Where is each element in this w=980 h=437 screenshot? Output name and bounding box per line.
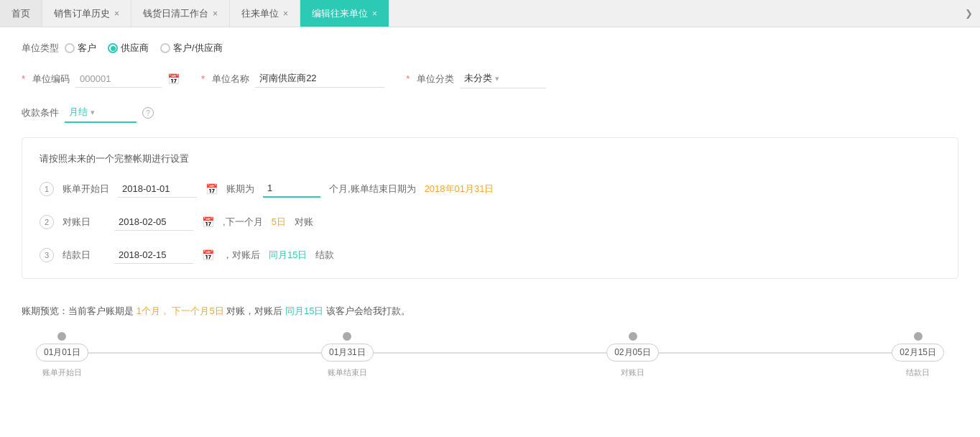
- radio-customer-circle: [65, 43, 75, 53]
- tl-dot-4: [914, 332, 923, 341]
- unit-info-row: * 单位编码 📅 * 单位名称 * 单位分类 未分类 ▾: [22, 69, 958, 88]
- radio-group-unit-type: 客户 供应商 客户/供应商: [65, 42, 223, 55]
- radio-supplier[interactable]: 供应商: [108, 42, 149, 55]
- preview-prefix: 账期预览：当前客户账期是: [22, 305, 134, 316]
- setting-row-3: 3 结款日 📅 ，对账后 同月15日 结款: [40, 247, 940, 264]
- tl-badge-3: 02月05日: [606, 344, 659, 362]
- period-end-date: 2018年01月31日: [425, 183, 494, 196]
- reconcile-highlight: 5日: [272, 216, 286, 229]
- tl-dot-3: [629, 332, 637, 341]
- unit-code-label: 单位编码: [32, 73, 70, 86]
- timeline-point-3: 02月05日 对账日: [606, 332, 659, 378]
- tl-label-1: 账单开始日: [42, 367, 82, 378]
- row-num-3: 3: [40, 248, 54, 262]
- unit-type-group: 单位类型 客户 供应商 客户/供应商: [22, 42, 223, 55]
- payment-condition-arrow-icon: ▾: [91, 108, 95, 117]
- unit-name-label: 单位名称: [212, 73, 249, 86]
- tl-date-4: 02月15日: [900, 347, 936, 357]
- tab-counterparty-close[interactable]: ×: [283, 9, 288, 19]
- reconcile-desc1: ,下一个月: [223, 216, 263, 229]
- tab-edit-counterparty-close[interactable]: ×: [372, 9, 377, 19]
- tl-date-2: 01月31日: [329, 347, 366, 357]
- preview-text: 账期预览：当前客户账期是 1个月， 下一个月5日 对账，对账后 同月15日 该客…: [22, 305, 958, 318]
- payment-condition-value: 月结: [69, 106, 88, 119]
- tab-cash-desk[interactable]: 钱货日清工作台 ×: [131, 0, 230, 27]
- unit-category-value: 未分类: [464, 72, 492, 85]
- panel-title: 请按照未来的一个完整帐期进行设置: [40, 152, 940, 165]
- tl-label-4: 结款日: [906, 367, 930, 378]
- setting-row-2: 2 对账日 📅 ,下一个月 5日 对账: [40, 213, 940, 231]
- tab-overflow-button[interactable]: ❯: [958, 0, 980, 27]
- tab-sales-order-label: 销售订单历史: [54, 7, 110, 20]
- payment-date-calendar-icon[interactable]: 📅: [202, 249, 214, 261]
- tab-edit-counterparty-label: 编辑往来单位: [312, 7, 368, 20]
- payment-highlight: 同月15日: [269, 249, 307, 262]
- unit-type-label: 单位类型: [22, 42, 59, 55]
- reconcile-date-input[interactable]: [114, 213, 193, 231]
- timeline-point-4: 02月15日 结款日: [892, 332, 944, 378]
- radio-both-circle: [160, 43, 170, 53]
- timeline-container: 01月01日 账单开始日 01月31日 账单结束日 02月05日: [22, 332, 958, 378]
- tab-sales-order[interactable]: 销售订单历史 ×: [42, 0, 131, 27]
- period-input[interactable]: [263, 180, 320, 198]
- chevron-right-icon: ❯: [965, 8, 973, 19]
- unit-category-arrow-icon: ▾: [495, 74, 499, 83]
- preview-part1: 1个月，: [137, 305, 170, 316]
- unit-name-group: * 单位名称: [201, 70, 384, 88]
- unit-name-input[interactable]: [255, 70, 384, 88]
- start-date-calendar-icon[interactable]: 📅: [205, 183, 218, 195]
- unit-type-row: 单位类型 客户 供应商 客户/供应商: [22, 42, 958, 55]
- preview-part4: 同月15日: [285, 305, 323, 316]
- tab-home-label: 首页: [11, 7, 30, 20]
- unit-code-calendar-icon[interactable]: 📅: [167, 73, 180, 85]
- tl-label-3: 对账日: [621, 367, 644, 378]
- radio-customer[interactable]: 客户: [65, 42, 96, 55]
- payment-desc2: 结款: [315, 249, 334, 262]
- unit-category-required-star: *: [406, 73, 410, 84]
- timeline-point-1: 01月01日 账单开始日: [36, 332, 88, 378]
- payment-condition-select[interactable]: 月结 ▾: [65, 103, 137, 123]
- tl-badge-4: 02月15日: [892, 344, 944, 362]
- radio-supplier-label: 供应商: [121, 42, 149, 55]
- tab-sales-order-close[interactable]: ×: [114, 9, 119, 19]
- tab-cash-desk-close[interactable]: ×: [213, 9, 218, 19]
- tl-badge-2: 01月31日: [321, 344, 374, 362]
- period-month-label: 个月,账单结束日期为: [329, 183, 416, 196]
- tab-home[interactable]: 首页: [0, 0, 42, 27]
- unit-category-select[interactable]: 未分类 ▾: [460, 69, 546, 88]
- unit-code-input[interactable]: [75, 70, 162, 88]
- payment-condition-label: 收款条件: [22, 106, 59, 119]
- tab-counterparty[interactable]: 往来单位 ×: [230, 0, 300, 27]
- radio-both-label: 客户/供应商: [173, 42, 223, 55]
- row-num-1: 1: [40, 182, 54, 196]
- payment-condition-help-icon[interactable]: ?: [142, 107, 154, 119]
- payment-date-input[interactable]: [114, 247, 193, 264]
- tl-dot-2: [343, 332, 351, 341]
- reconcile-date-calendar-icon[interactable]: 📅: [202, 216, 214, 228]
- tl-date-3: 02月05日: [614, 347, 651, 357]
- payment-desc1: ，对账后: [223, 249, 260, 262]
- setting-row-1: 1 账单开始日 📅 账期为 个月,账单结束日期为 2018年01月31日: [40, 180, 940, 198]
- unit-name-required-star: *: [201, 73, 205, 84]
- radio-supplier-circle: [108, 43, 118, 53]
- tl-badge-1: 01月01日: [36, 344, 88, 362]
- preview-suffix: 该客户会给我打款。: [326, 305, 410, 316]
- tab-cash-desk-label: 钱货日清工作台: [143, 7, 208, 20]
- timeline-point-2: 01月31日 账单结束日: [321, 332, 374, 378]
- tl-date-1: 01月01日: [44, 347, 80, 357]
- row-num-2: 2: [40, 215, 54, 229]
- tab-counterparty-label: 往来单位: [241, 7, 279, 20]
- main-content: 单位类型 客户 供应商 客户/供应商 * 单位编码: [0, 27, 980, 437]
- settings-panel: 请按照未来的一个完整帐期进行设置 1 账单开始日 📅 账期为 个月,账单结束日期…: [22, 137, 958, 279]
- period-suffix-label: 账期为: [226, 183, 254, 196]
- start-date-input[interactable]: [118, 180, 197, 198]
- tab-bar: 首页 销售订单历史 × 钱货日清工作台 × 往来单位 × 编辑往来单位 × ❯: [0, 0, 980, 27]
- tl-label-2: 账单结束日: [328, 367, 367, 378]
- preview-part3: 对账，对账后: [226, 305, 282, 316]
- tab-edit-counterparty[interactable]: 编辑往来单位 ×: [300, 0, 389, 27]
- preview-part2: 下一个月5日: [172, 305, 223, 316]
- preview-section: 账期预览：当前客户账期是 1个月， 下一个月5日 对账，对账后 同月15日 该客…: [22, 293, 958, 378]
- row-label-2: 对账日: [63, 216, 106, 229]
- radio-both[interactable]: 客户/供应商: [160, 42, 223, 55]
- timeline-items: 01月01日 账单开始日 01月31日 账单结束日 02月05日: [36, 332, 944, 378]
